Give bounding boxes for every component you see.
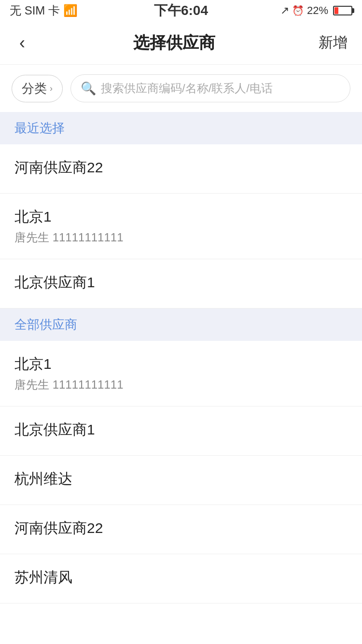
list-item[interactable]: 河南供应商22 bbox=[0, 144, 362, 194]
list-item[interactable]: 河南供应商22 bbox=[0, 505, 362, 554]
search-icon: 🔍 bbox=[81, 81, 96, 96]
list-item[interactable]: 苏州清风 bbox=[0, 554, 362, 603]
item-name: 河南供应商22 bbox=[14, 158, 348, 178]
location-icon bbox=[280, 4, 289, 17]
status-bar: 无 SIM 卡 📶 下午6:04 22% bbox=[0, 0, 362, 21]
list-item[interactable]: 北京供应商1 bbox=[0, 406, 362, 456]
back-button[interactable]: ‹ bbox=[14, 28, 30, 58]
all-section-header: 全部供应商 bbox=[0, 308, 362, 341]
recent-section-header: 最近选择 bbox=[0, 112, 362, 144]
alarm-icon bbox=[292, 4, 304, 17]
sim-label: 无 SIM 卡 📶 bbox=[10, 3, 78, 18]
nav-bar: ‹ 选择供应商 新增 bbox=[0, 21, 362, 65]
item-name: 北京供应商1 bbox=[14, 420, 348, 440]
item-name: 北京1 bbox=[14, 354, 348, 374]
battery-percent: 22% bbox=[307, 4, 328, 17]
category-label: 分类 bbox=[22, 80, 47, 97]
all-list: 北京1 唐先生 11111111111 北京供应商1 杭州维达 河南供应商22 … bbox=[0, 341, 362, 603]
list-item[interactable]: 北京供应商1 bbox=[0, 259, 362, 308]
item-contact: 唐先生 11111111111 bbox=[14, 230, 348, 245]
add-button[interactable]: 新增 bbox=[319, 33, 348, 53]
item-name: 北京1 bbox=[14, 207, 348, 227]
status-left: 无 SIM 卡 📶 bbox=[10, 3, 78, 18]
status-right: 22% bbox=[280, 4, 352, 17]
item-name: 北京供应商1 bbox=[14, 273, 348, 293]
list-item[interactable]: 北京1 唐先生 11111111111 bbox=[0, 341, 362, 406]
category-button[interactable]: 分类 › bbox=[12, 75, 63, 102]
recent-list: 河南供应商22 北京1 唐先生 11111111111 北京供应商1 bbox=[0, 144, 362, 308]
status-time: 下午6:04 bbox=[154, 1, 208, 20]
item-name: 河南供应商22 bbox=[14, 518, 348, 538]
search-area: 分类 › 🔍 搜索供应商编码/名称/联系人/电话 bbox=[0, 65, 362, 112]
list-item[interactable]: 杭州维达 bbox=[0, 456, 362, 505]
item-contact: 唐先生 11111111111 bbox=[14, 377, 348, 392]
battery-icon bbox=[333, 6, 352, 15]
search-placeholder: 搜索供应商编码/名称/联系人/电话 bbox=[101, 81, 273, 96]
chevron-down-icon: › bbox=[50, 84, 53, 94]
item-name: 杭州维达 bbox=[14, 469, 348, 489]
item-name: 苏州清风 bbox=[14, 568, 348, 588]
list-item[interactable]: 北京1 唐先生 11111111111 bbox=[0, 194, 362, 259]
page-title: 选择供应商 bbox=[133, 32, 215, 54]
search-input-wrap[interactable]: 🔍 搜索供应商编码/名称/联系人/电话 bbox=[70, 74, 350, 102]
